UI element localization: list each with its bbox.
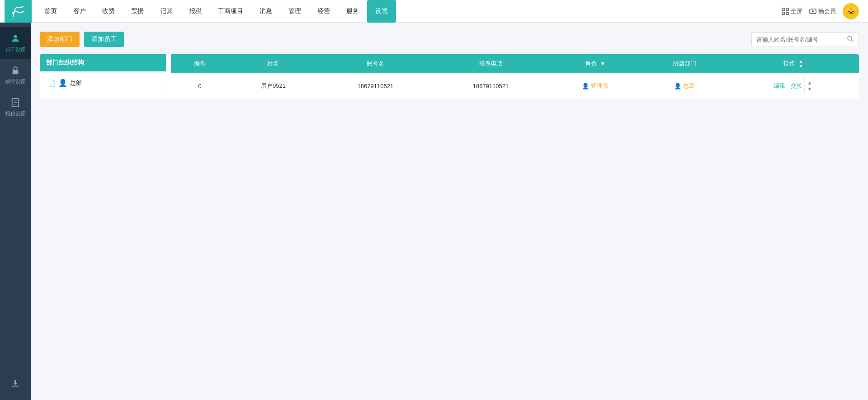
nav-message[interactable]: 消息 [251,0,280,23]
logo [5,0,32,23]
table-header-row: 编号 姓名 账号名 联系电话 角色 ▼ 所属部门 操作 [171,54,859,73]
sidebar-item-employee[interactable]: 员工设置 [0,27,31,59]
col-name: 姓名 [229,54,318,73]
sidebar-item-download[interactable] [0,372,31,395]
col-id: 编号 [171,54,229,73]
action-交接[interactable]: 交接 [791,82,802,90]
toolbar: 添加部门 添加员工 [40,32,859,47]
svg-line-14 [851,40,853,42]
nav-bookkeeping[interactable]: 记账 [152,0,181,23]
cell-id: 0 [171,73,229,99]
dept-person-icon: 👤 [674,83,681,89]
col-action: 操作 ▲ ▼ [727,54,859,73]
nav-tax[interactable]: 报税 [181,0,210,23]
dept-badge: 👤 总部 [674,82,695,90]
role-person-icon: 👤 [582,83,589,89]
cell-phone: 18679110521 [433,73,548,99]
svg-point-5 [812,10,814,12]
col-dept: 所属部门 [642,54,727,73]
cell-account: 18679110521 [318,73,433,99]
tree-panel: 部门组织结构 📄 👤 总部 [40,54,166,99]
add-dept-button[interactable]: 添加部门 [40,32,80,47]
top-nav-right: 全屏 畅会员 🐱 [782,3,863,19]
member-button[interactable]: 畅会员 [809,7,836,15]
nav-service[interactable]: 服务 [338,0,367,23]
file-icon: 📄 [48,80,56,87]
role-badge: 👤 管理员 [582,82,609,90]
download-icon [10,378,20,389]
report-icon [10,98,20,108]
nav-items: 首页 客户 收费 票据 记账 报税 工商项目 消息 管理 经营 服务 设置 [36,0,782,23]
svg-rect-0 [782,8,784,10]
tree-header: 部门组织结构 [40,54,166,71]
svg-rect-12 [12,386,19,387]
nav-settings[interactable]: 设置 [367,0,396,23]
nav-billing[interactable]: 收费 [94,0,123,23]
main-content: 添加部门 添加员工 部门组织结构 📄 👤 [31,23,868,400]
svg-rect-7 [13,70,19,74]
sidebar-employee-label: 员工设置 [5,46,25,53]
cell-dept: 👤 总部 [642,73,727,99]
cell-role: 👤 管理员 [548,73,642,99]
person-icon [10,33,20,44]
role-filter-icon[interactable]: ▼ [600,61,605,67]
search-input[interactable] [752,33,842,46]
table-panel: 编号 姓名 账号名 联系电话 角色 ▼ 所属部门 操作 [171,54,859,99]
row-scroll-arrows[interactable]: ▲ ▼ [804,78,815,94]
nav-home[interactable]: 首页 [36,0,65,23]
cell-name: 用户0521 [229,73,318,99]
fullscreen-label: 全屏 [791,7,802,15]
sidebar-item-tax[interactable]: 报税设置 [0,91,31,123]
person-tree-icon: 👤 [58,79,67,87]
lock-icon [10,66,20,76]
action-编辑[interactable]: 编辑 [774,82,785,90]
sidebar-permission-label: 权限设置 [5,78,25,85]
svg-rect-1 [786,8,788,10]
fullscreen-button[interactable]: 全屏 [782,7,802,15]
scroll-down-button[interactable]: ▼ [806,86,814,92]
nav-invoice[interactable]: 票据 [123,0,152,23]
tree-node-root[interactable]: 📄 👤 总部 [44,76,161,90]
col-account: 账号名 [318,54,433,73]
sidebar: 员工设置 权限设置 报税设置 [0,23,31,400]
table-row: 0 用户0521 18679110521 18679110521 👤 管理员 👤… [171,73,859,99]
col-phone: 联系电话 [433,54,548,73]
search-button[interactable] [842,33,859,47]
nav-business[interactable]: 工商项目 [210,0,251,23]
member-label: 畅会员 [818,7,836,15]
add-staff-button[interactable]: 添加员工 [84,32,124,47]
top-nav: 首页 客户 收费 票据 记账 报税 工商项目 消息 管理 经营 服务 设置 全屏 [0,0,868,23]
svg-rect-3 [786,12,788,14]
scroll-up-button[interactable]: ▲ [806,80,814,86]
nav-client[interactable]: 客户 [65,0,94,23]
employee-table: 编号 姓名 账号名 联系电话 角色 ▼ 所属部门 操作 [171,54,859,99]
sidebar-tax-label: 报税设置 [5,110,25,117]
sidebar-item-permission[interactable]: 权限设置 [0,59,31,91]
tree-node-label: 总部 [70,79,82,87]
search-box [751,32,859,47]
content-area: 部门组织结构 📄 👤 总部 编号 姓名 账号名 [40,54,859,99]
svg-point-6 [14,35,17,38]
nav-manage[interactable]: 管理 [280,0,309,23]
cell-actions: 编辑 交接 ▲ ▼ [727,73,859,99]
tree-body: 📄 👤 总部 [40,71,166,94]
action-sort-icon[interactable]: ▲ ▼ [798,59,803,69]
nav-operation[interactable]: 经营 [309,0,338,23]
col-role: 角色 ▼ [548,54,642,73]
layout: 员工设置 权限设置 报税设置 [0,23,868,400]
svg-rect-2 [782,12,784,14]
avatar[interactable]: 🐱 [843,3,859,19]
